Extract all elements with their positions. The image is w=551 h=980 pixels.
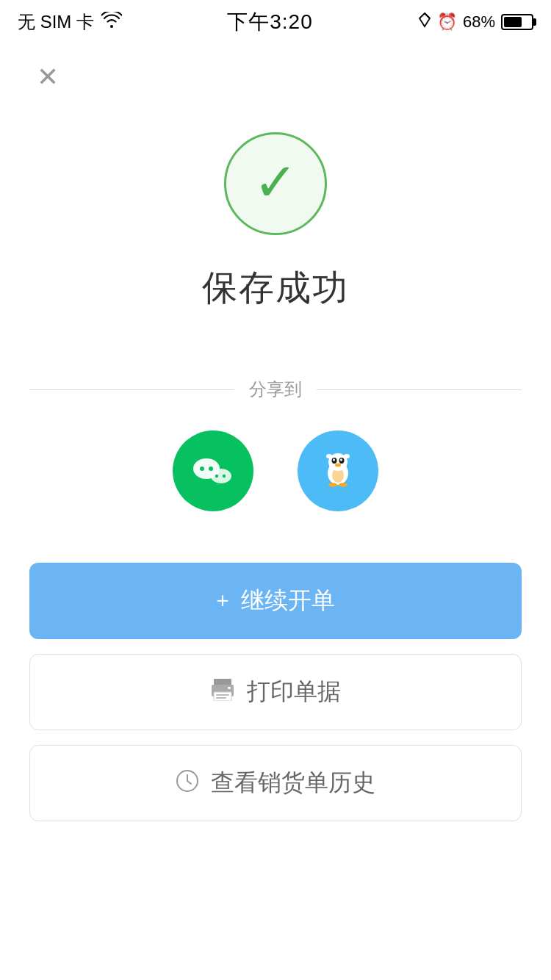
svg-point-16 [326,454,332,458]
share-section: 分享到 [29,356,522,541]
continue-label: 继续开单 [241,585,335,617]
location-icon [418,12,431,32]
svg-point-13 [335,464,341,467]
svg-point-4 [215,475,218,478]
history-button[interactable]: 查看销货单历史 [29,745,522,821]
battery-text: 68% [463,12,495,32]
svg-point-5 [223,475,226,478]
no-sim-text: 无 SIM 卡 [18,10,94,34]
divider-left [29,389,234,390]
actions-section: + 继续开单 打印单据 [29,563,522,821]
qq-share-button[interactable] [298,430,378,511]
success-title: 保存成功 [202,264,349,311]
success-section: ✓ 保存成功 [29,118,522,341]
continue-button[interactable]: + 继续开单 [29,563,522,639]
wechat-share-button[interactable] [173,430,253,511]
svg-point-15 [339,483,347,487]
close-icon: ✕ [37,64,59,90]
svg-point-14 [328,483,337,487]
svg-point-2 [209,466,213,471]
wifi-icon [101,12,122,32]
svg-point-11 [333,458,335,461]
svg-point-3 [211,469,231,483]
success-circle: ✓ [224,132,327,235]
wechat-icon [187,445,239,497]
main-content: ✕ ✓ 保存成功 分享到 [0,44,551,821]
divider-right [317,389,522,390]
status-time: 下午3:20 [227,8,313,36]
alarm-icon: ⏰ [437,12,457,32]
checkmark-icon: ✓ [253,156,298,209]
history-label: 查看销货单历史 [211,767,375,799]
continue-icon: + [216,588,229,613]
svg-point-1 [200,466,204,471]
share-icons [29,430,522,511]
svg-point-17 [344,454,350,458]
svg-rect-22 [216,697,226,699]
battery-icon [501,14,533,30]
print-button[interactable]: 打印单据 [29,654,522,730]
print-label: 打印单据 [247,676,341,708]
svg-rect-18 [214,679,231,685]
history-icon [176,769,199,798]
status-bar: 无 SIM 卡 下午3:20 ⏰ 68% [0,0,551,44]
status-left: 无 SIM 卡 [18,10,122,34]
print-icon [210,679,235,706]
qq-icon [316,449,360,493]
share-label: 分享到 [234,378,317,401]
svg-rect-23 [228,687,231,689]
svg-rect-20 [214,692,231,701]
svg-rect-21 [216,694,229,696]
close-button[interactable]: ✕ [29,59,66,96]
svg-point-12 [340,458,342,461]
status-right: ⏰ 68% [418,12,533,32]
share-divider: 分享到 [29,378,522,401]
